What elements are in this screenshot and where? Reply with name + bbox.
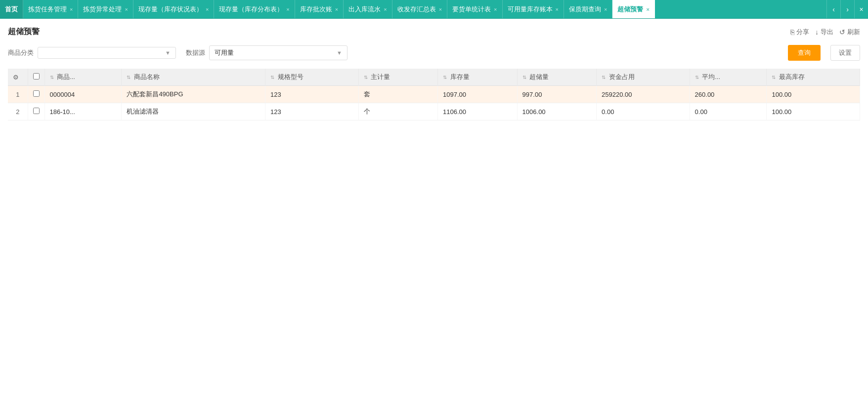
category-label: 商品分类: [8, 48, 34, 57]
filter-bar: 商品分类 ▼ 数据源 可用量 ▼ 查询 设置: [8, 45, 860, 61]
data-table: ⚙ ⇅ 商品... ⇅ 商品名称 ⇅ 规格型号 ⇅: [8, 69, 860, 120]
row-number: 2: [8, 103, 28, 120]
nav-tab-collect-send[interactable]: 收发存汇总表 ×: [392, 0, 447, 19]
th-inventory: ⇅ 库存量: [438, 69, 518, 86]
settings-button[interactable]: 设置: [830, 45, 860, 61]
table-row: 2 186-10... 机油滤清器 123 个 1106.00 1006.00 …: [8, 103, 860, 120]
category-select[interactable]: ▼: [38, 47, 176, 59]
cell-product-name: 机油滤清器: [122, 103, 265, 120]
chevron-down-icon: ▼: [337, 50, 342, 56]
cell-product-code: 186-10...: [44, 103, 122, 120]
nav-close-button[interactable]: ×: [854, 0, 868, 19]
close-icon[interactable]: ×: [335, 6, 338, 12]
close-icon[interactable]: ×: [439, 6, 442, 12]
cell-inventory: 1097.00: [438, 86, 518, 103]
close-icon[interactable]: ×: [286, 6, 289, 12]
th-product-code: ⇅ 商品...: [44, 69, 122, 86]
select-all-checkbox[interactable]: [33, 73, 40, 79]
close-icon[interactable]: ×: [70, 6, 73, 12]
top-navigation: 首页 拣货任务管理 × 拣货异常处理 × 现存量（库存状况表） × 现存量（库存…: [0, 0, 868, 19]
cell-product-name: 六配套新昌490BPG: [122, 86, 265, 103]
cell-spec: 123: [265, 103, 358, 120]
nav-tab-inventory-status[interactable]: 现存量（库存状况表） ×: [133, 0, 214, 19]
sort-icon: ⇅: [602, 75, 606, 80]
nav-tab-task-mgmt[interactable]: 拣货任务管理 ×: [23, 0, 78, 19]
th-avg: ⇅ 平均...: [690, 69, 767, 86]
datasource-label: 数据源: [186, 48, 205, 57]
cell-inventory: 1106.00: [438, 103, 518, 120]
refresh-icon: ↺: [839, 28, 845, 36]
nav-tab-avail-account[interactable]: 可用量库存账本 ×: [503, 0, 564, 19]
th-product-name: ⇅ 商品名称: [122, 69, 265, 86]
row-checkbox[interactable]: [33, 90, 40, 97]
close-icon[interactable]: ×: [125, 6, 128, 12]
nav-tab-abnormal[interactable]: 拣货异常处理 ×: [78, 0, 133, 19]
sort-icon: ⇅: [772, 75, 776, 80]
sort-icon: ⇅: [50, 75, 54, 80]
gear-icon[interactable]: ⚙: [13, 74, 19, 81]
nav-next-button[interactable]: ›: [840, 0, 854, 19]
cell-max-stock: 100.00: [767, 86, 860, 103]
table-header: ⚙ ⇅ 商品... ⇅ 商品名称 ⇅ 规格型号 ⇅: [8, 69, 860, 86]
export-icon: ↓: [815, 28, 819, 36]
table-body: 1 0000004 六配套新昌490BPG 123 套 1097.00 997.…: [8, 86, 860, 120]
nav-arrows: ‹ › ×: [826, 0, 868, 19]
close-icon[interactable]: ×: [604, 6, 607, 12]
th-max-stock: ⇅ 最高库存: [767, 69, 860, 86]
header-actions: ⎘ 分享 ↓ 导出 ↺ 刷新: [790, 28, 860, 37]
datasource-select[interactable]: 可用量 ▼: [209, 45, 347, 60]
sort-icon: ⇅: [270, 75, 274, 80]
row-number: 1: [8, 86, 28, 103]
nav-tab-inventory-dist[interactable]: 现存量（库存分布表） ×: [214, 0, 295, 19]
cell-overstock: 997.00: [517, 86, 597, 103]
query-button[interactable]: 查询: [788, 45, 821, 61]
chevron-down-icon: ▼: [165, 50, 171, 56]
nav-tab-quality-check[interactable]: 保质期查询 ×: [564, 0, 612, 19]
export-button[interactable]: ↓ 导出: [815, 28, 833, 37]
nav-tab-home[interactable]: 首页: [0, 0, 23, 19]
th-spec: ⇅ 规格型号: [265, 69, 358, 86]
cell-max-stock: 100.00: [767, 103, 860, 120]
datasource-value: 可用量: [215, 48, 234, 57]
nav-tab-overstock-warning[interactable]: 超储预警 ×: [612, 0, 654, 19]
nav-prev-button[interactable]: ‹: [826, 0, 840, 19]
page-header: 超储预警 ⎘ 分享 ↓ 导出 ↺ 刷新: [8, 27, 860, 37]
page-title: 超储预警: [8, 27, 40, 37]
th-overstock: ⇅ 超储量: [517, 69, 597, 86]
close-icon[interactable]: ×: [384, 6, 387, 12]
cell-overstock: 1006.00: [517, 103, 597, 120]
sort-icon: ⇅: [364, 75, 368, 80]
share-button[interactable]: ⎘ 分享: [790, 28, 809, 37]
th-settings: ⚙: [8, 69, 28, 86]
refresh-button[interactable]: ↺ 刷新: [839, 28, 860, 37]
sort-icon: ⇅: [522, 75, 526, 80]
sort-icon: ⇅: [443, 75, 447, 80]
cell-unit: 套: [358, 86, 438, 103]
row-checkbox-cell: [28, 86, 44, 103]
sort-icon: ⇅: [695, 75, 699, 80]
table-row: 1 0000004 六配套新昌490BPG 123 套 1097.00 997.…: [8, 86, 860, 103]
close-icon[interactable]: ×: [494, 6, 497, 12]
row-checkbox-cell: [28, 103, 44, 120]
nav-tab-batch-account[interactable]: 库存批次账 ×: [295, 0, 344, 19]
cell-unit: 个: [358, 103, 438, 120]
close-icon[interactable]: ×: [206, 6, 209, 12]
th-checkbox: [28, 69, 44, 86]
cell-avg: 260.00: [690, 86, 767, 103]
share-icon: ⎘: [790, 28, 794, 36]
cell-capital: 259220.00: [597, 86, 690, 103]
th-capital: ⇅ 资金占用: [597, 69, 690, 86]
category-filter: 商品分类 ▼: [8, 47, 176, 59]
cell-product-code: 0000004: [44, 86, 122, 103]
close-icon[interactable]: ×: [646, 6, 649, 12]
sort-icon: ⇅: [127, 75, 130, 80]
th-unit: ⇅ 主计量: [358, 69, 438, 86]
nav-tab-in-out-flow[interactable]: 出入库流水 ×: [344, 0, 392, 19]
cell-avg: 0.00: [690, 103, 767, 120]
close-icon[interactable]: ×: [556, 6, 559, 12]
page-container: 超储预警 ⎘ 分享 ↓ 导出 ↺ 刷新 商品分类 ▼ 数据源: [0, 19, 868, 395]
row-checkbox[interactable]: [33, 108, 40, 114]
nav-tab-order-stats[interactable]: 要货单统计表 ×: [447, 0, 502, 19]
datasource-filter: 数据源 可用量 ▼: [186, 45, 347, 60]
cell-spec: 123: [265, 86, 358, 103]
